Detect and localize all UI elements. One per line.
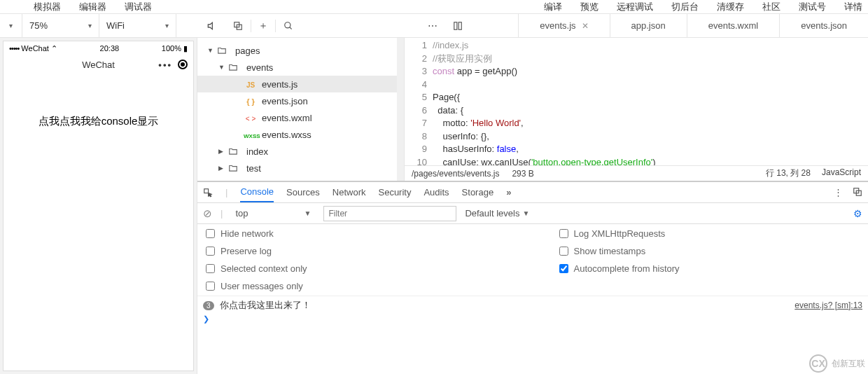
opt-selected-context[interactable]: Selected context only bbox=[206, 263, 307, 274]
expand-icon: ▶ bbox=[218, 148, 224, 155]
menu-details[interactable]: 详情 bbox=[844, 1, 862, 13]
tree-item-events-json[interactable]: { }events.json bbox=[197, 92, 404, 109]
app-title: WeChat bbox=[82, 60, 115, 70]
code-lines[interactable]: //index.js//获取应用实例const app = getApp() P… bbox=[433, 38, 868, 165]
tree-item-events[interactable]: ▼events bbox=[197, 59, 404, 76]
close-icon[interactable]: ✕ bbox=[582, 21, 589, 31]
opt-user-messages[interactable]: User messages only bbox=[206, 281, 307, 291]
tree-item-index[interactable]: ▶index bbox=[197, 143, 404, 160]
devtab-console[interactable]: Console bbox=[240, 182, 274, 202]
context-value: top bbox=[235, 208, 248, 219]
opt-log-xhr[interactable]: Log XMLHttpRequests bbox=[559, 228, 680, 239]
log-text: 你点击我这里出来了！ bbox=[220, 299, 311, 312]
chevron-down-icon: ▼ bbox=[304, 209, 311, 217]
tree-item-label: events bbox=[246, 62, 273, 73]
menu-preview[interactable]: 预览 bbox=[580, 1, 598, 13]
log-entry: 3 你点击我这里出来了！ events.js? [sm]:13 bbox=[203, 299, 862, 312]
more-tabs-icon[interactable]: » bbox=[506, 187, 511, 198]
devtab-security[interactable]: Security bbox=[378, 183, 411, 202]
tab-label: events.js bbox=[540, 20, 575, 31]
menu-editor[interactable]: 编辑器 bbox=[79, 1, 106, 13]
tab-label: app.json bbox=[631, 20, 666, 31]
phone-body[interactable]: 点我点我我给console显示 bbox=[4, 73, 193, 370]
network-dropdown[interactable]: WiFi ▾ bbox=[99, 14, 176, 37]
expand-icon: ▼ bbox=[207, 47, 213, 54]
menu-remote-debug[interactable]: 远程调试 bbox=[617, 1, 653, 13]
svg-rect-4 bbox=[454, 22, 457, 29]
tab-events-js[interactable]: events.js ✕ bbox=[518, 14, 609, 37]
tree-item-label: test bbox=[246, 163, 261, 174]
tree-item-label: index bbox=[246, 146, 268, 157]
dock-icon[interactable] bbox=[853, 187, 862, 198]
menu-compile[interactable]: 编译 bbox=[544, 1, 562, 13]
tree-item-events-wxss[interactable]: WXSSevents.wxss bbox=[197, 126, 404, 143]
capsule-menu-icon[interactable]: ••• bbox=[158, 60, 172, 70]
kebab-icon[interactable]: ⋮ bbox=[834, 187, 843, 198]
tree-item-label: events.wxss bbox=[262, 130, 312, 140]
network-value: WiFi bbox=[106, 20, 125, 31]
tab-label: events.wxml bbox=[708, 20, 759, 31]
svg-line-3 bbox=[290, 27, 292, 29]
gear-icon[interactable]: ⚙ bbox=[853, 208, 862, 219]
tree-item-events-wxml[interactable]: < >events.wxml bbox=[197, 109, 404, 126]
opt-autocomplete[interactable]: Autocomplete from history bbox=[559, 263, 680, 274]
phone-frame: ••••• WeChat ⌃ 20:38 100% ▮ WeChat ••• 点… bbox=[3, 41, 194, 371]
log-source-link[interactable]: events.js? [sm]:13 bbox=[794, 300, 862, 310]
carrier-label: ••••• WeChat ⌃ bbox=[9, 44, 57, 53]
menu-debugger[interactable]: 调试器 bbox=[125, 1, 152, 13]
battery-label: 100% ▮ bbox=[162, 44, 188, 53]
menu-clear-cache[interactable]: 清缓存 bbox=[717, 1, 744, 13]
file-tree[interactable]: ▼pages▼eventsJSevents.js{ }events.json< … bbox=[197, 38, 405, 181]
tab-label: events.json bbox=[801, 20, 847, 31]
zoom-dropdown[interactable]: 75% ▾ bbox=[22, 14, 99, 37]
chevron-down-icon: ▾ bbox=[165, 22, 169, 29]
file-type-icon bbox=[228, 62, 242, 72]
editor-panel: ▼pages▼eventsJSevents.js{ }events.json< … bbox=[197, 38, 868, 374]
tree-item-events-js[interactable]: JSevents.js bbox=[197, 76, 404, 92]
devtab-sources[interactable]: Sources bbox=[286, 183, 320, 202]
tab-events-json[interactable]: events.json bbox=[779, 14, 868, 37]
filter-input[interactable] bbox=[323, 206, 456, 221]
devtab-audits[interactable]: Audits bbox=[424, 183, 449, 202]
levels-select[interactable]: Default levels ▼ bbox=[465, 208, 529, 219]
console-prompt-icon[interactable]: ❯ bbox=[203, 312, 862, 324]
search-icon[interactable] bbox=[276, 21, 301, 31]
svg-rect-6 bbox=[204, 188, 209, 193]
file-language: JavaScript bbox=[822, 167, 861, 179]
top-menubar-left: 模拟器 编辑器 调试器 bbox=[34, 1, 152, 13]
tab-app-json[interactable]: app.json bbox=[610, 14, 687, 37]
opt-preserve-log[interactable]: Preserve log bbox=[206, 246, 307, 256]
mute-icon[interactable] bbox=[200, 20, 225, 32]
menu-background[interactable]: 切后台 bbox=[671, 1, 699, 13]
wifi-icon: ⌃ bbox=[51, 44, 57, 53]
devtab-storage[interactable]: Storage bbox=[462, 183, 494, 202]
clear-console-icon[interactable]: ⊘ bbox=[203, 207, 212, 220]
phone-statusbar: ••••• WeChat ⌃ 20:38 100% ▮ bbox=[4, 41, 193, 56]
tree-item-label: pages bbox=[235, 46, 260, 56]
new-tab-button[interactable]: ＋ bbox=[251, 20, 276, 32]
console-log[interactable]: 3 你点击我这里出来了！ events.js? [sm]:13 ❯ bbox=[197, 296, 868, 374]
watermark-logo-icon: CX bbox=[809, 354, 827, 373]
menu-community[interactable]: 社区 bbox=[762, 1, 780, 13]
context-select[interactable]: top ▼ bbox=[231, 207, 315, 220]
tab-events-wxml[interactable]: events.wxml bbox=[687, 14, 780, 37]
menu-simulator[interactable]: 模拟器 bbox=[34, 1, 61, 13]
device-select-dropdown[interactable]: ▾ bbox=[0, 14, 22, 37]
capsule-close-icon[interactable] bbox=[178, 60, 188, 69]
file-type-icon bbox=[228, 146, 242, 156]
tree-item-test[interactable]: ▶test bbox=[197, 160, 404, 176]
opt-hide-network[interactable]: Hide network bbox=[206, 228, 307, 239]
inspect-icon[interactable] bbox=[203, 188, 213, 198]
tree-item-label: events.js bbox=[262, 79, 298, 90]
watermark-text: 创新互联 bbox=[832, 358, 865, 370]
devtab-network[interactable]: Network bbox=[332, 183, 366, 202]
zoom-value: 75% bbox=[29, 20, 48, 31]
tree-item-pages[interactable]: ▼pages bbox=[197, 42, 404, 59]
log-count-badge: 3 bbox=[203, 301, 214, 310]
more-icon[interactable]: ⋯ bbox=[420, 20, 445, 32]
opt-show-timestamps[interactable]: Show timestamps bbox=[559, 246, 680, 256]
popout-icon[interactable] bbox=[225, 21, 251, 31]
menu-test-account[interactable]: 测试号 bbox=[799, 1, 826, 13]
file-type-icon: JS bbox=[244, 79, 258, 90]
split-icon[interactable] bbox=[445, 21, 470, 31]
